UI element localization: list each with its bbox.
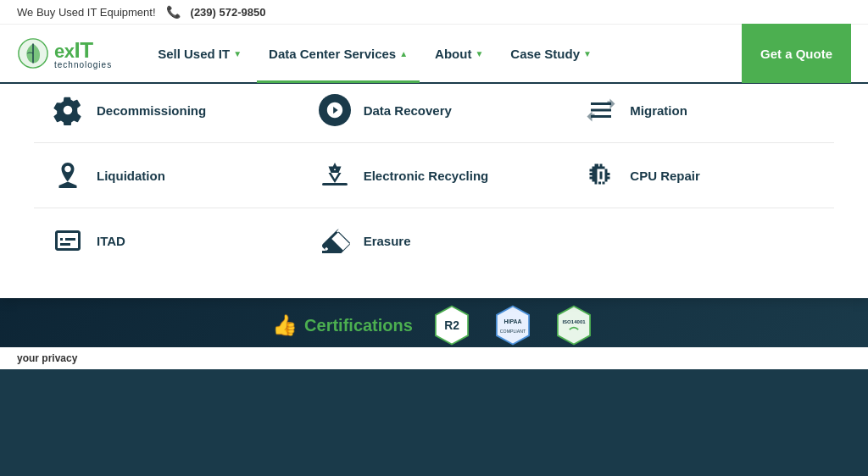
menu-electronic-recycling-label: Electronic Recycling bbox=[364, 169, 489, 183]
get-quote-header-button[interactable]: Get a Quote bbox=[742, 24, 851, 83]
logo-ex: ex bbox=[54, 41, 74, 62]
svg-text:ISO14001: ISO14001 bbox=[562, 319, 586, 324]
nav-sell-used-it-label: Sell Used IT bbox=[158, 47, 230, 61]
menu-item-migration[interactable]: Migration bbox=[567, 78, 834, 143]
chevron-down-icon-2: ▼ bbox=[475, 49, 483, 58]
chevron-down-icon-3: ▼ bbox=[583, 49, 592, 58]
svg-marker-7 bbox=[558, 306, 590, 344]
svg-text:HIPAA: HIPAA bbox=[504, 318, 521, 324]
main-nav: Sell Used IT ▼ Data Center Services ▲ Ab… bbox=[146, 40, 742, 68]
chevron-down-icon: ▼ bbox=[233, 49, 242, 58]
chevron-up-icon: ▲ bbox=[399, 49, 408, 58]
menu-item-decommissioning[interactable]: Decommissioning bbox=[34, 78, 301, 143]
privacy-bar: your privacy bbox=[0, 347, 868, 369]
gear-icon bbox=[51, 93, 85, 127]
menu-item-electronic-recycling[interactable]: Electronic Recycling bbox=[301, 143, 568, 208]
cpu-repair-icon bbox=[584, 158, 618, 192]
logo-text: exIT bbox=[54, 41, 93, 62]
svg-marker-4 bbox=[497, 306, 529, 344]
cert-badge-r2: R2 bbox=[430, 303, 474, 347]
nav-item-case-study[interactable]: Case Study ▼ bbox=[498, 40, 604, 68]
dropdown-menu: Decommissioning Data Recovery Migration bbox=[0, 61, 868, 298]
menu-itad-label: ITAD bbox=[97, 234, 125, 248]
privacy-text: your privacy bbox=[17, 352, 77, 364]
menu-data-recovery-label: Data Recovery bbox=[364, 103, 452, 118]
thumbs-up-icon: 👍 bbox=[272, 313, 298, 337]
menu-item-erasure[interactable]: Erasure bbox=[301, 208, 568, 273]
liquidation-icon bbox=[51, 158, 85, 192]
header: exIT technologies Sell Used IT ▼ Data Ce… bbox=[0, 25, 868, 84]
menu-liquidation-label: Liquidation bbox=[97, 169, 165, 183]
certifications-label: Certifications bbox=[304, 316, 413, 335]
erasure-icon bbox=[318, 224, 352, 257]
nav-about-label: About bbox=[435, 47, 471, 61]
top-bar: We Buy Used IT Equipment! 📞 (239) 572-98… bbox=[0, 0, 868, 25]
certifications-section: 👍 Certifications R2 HIPAA COMPLIANT ISO1… bbox=[0, 290, 868, 347]
menu-cpu-repair-label: CPU Repair bbox=[630, 169, 700, 183]
certifications-title: 👍 Certifications bbox=[272, 313, 413, 337]
nav-data-center-label: Data Center Services bbox=[269, 47, 396, 61]
menu-item-itad[interactable]: ITAD bbox=[34, 208, 301, 273]
svg-text:COMPLIANT: COMPLIANT bbox=[500, 329, 526, 334]
nav-item-sell-used-it[interactable]: Sell Used IT ▼ bbox=[146, 40, 253, 68]
migration-icon bbox=[584, 93, 618, 127]
top-bar-tagline: We Buy Used IT Equipment! bbox=[17, 6, 156, 19]
logo-it: IT bbox=[74, 37, 92, 63]
menu-item-cpu-repair[interactable]: CPU Repair bbox=[567, 143, 834, 208]
nav-item-data-center[interactable]: Data Center Services ▲ bbox=[257, 40, 420, 68]
phone-icon: 📞 bbox=[166, 5, 181, 19]
logo-sub: technologies bbox=[54, 60, 112, 69]
menu-migration-label: Migration bbox=[630, 103, 687, 118]
cert-badge-iso14001: ISO14001 bbox=[552, 303, 596, 347]
menu-item-liquidation[interactable]: Liquidation bbox=[34, 143, 301, 208]
menu-item-data-recovery[interactable]: Data Recovery bbox=[301, 78, 568, 143]
menu-decommissioning-label: Decommissioning bbox=[97, 103, 206, 118]
svg-rect-1 bbox=[322, 183, 348, 185]
nav-item-about[interactable]: About ▼ bbox=[423, 40, 495, 68]
recycling-icon bbox=[318, 158, 352, 192]
data-recovery-icon bbox=[318, 93, 352, 127]
itad-icon bbox=[51, 224, 85, 257]
nav-case-study-label: Case Study bbox=[510, 47, 580, 61]
logo-leaf-icon bbox=[17, 37, 49, 69]
logo[interactable]: exIT technologies bbox=[17, 37, 112, 69]
cert-badge-hipaa: HIPAA COMPLIANT bbox=[491, 303, 535, 347]
top-bar-phone: (239) 572-9850 bbox=[191, 6, 266, 19]
svg-text:R2: R2 bbox=[444, 318, 459, 332]
menu-erasure-label: Erasure bbox=[364, 234, 411, 248]
